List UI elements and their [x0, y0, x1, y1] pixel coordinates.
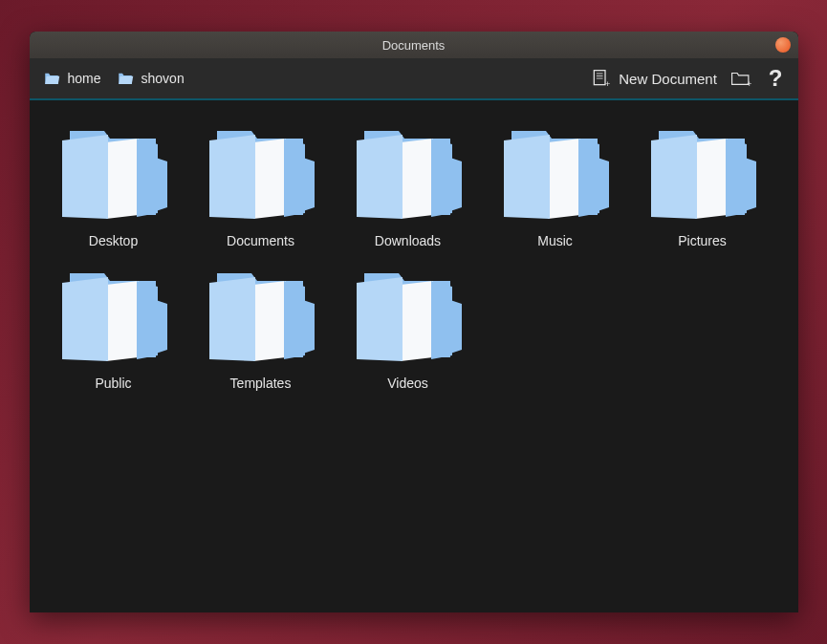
folder-item-documents[interactable]: Documents [190, 123, 332, 248]
window-title: Documents [382, 38, 446, 53]
toolbar: home shovon + New Do [30, 58, 798, 100]
folder-icon [200, 123, 322, 224]
titlebar: Documents [30, 32, 798, 58]
folder-icon [347, 266, 469, 366]
folder-item-templates[interactable]: Templates [190, 266, 332, 391]
folder-label: Documents [227, 233, 294, 248]
breadcrumb-label: home [68, 71, 101, 86]
breadcrumb-home[interactable]: home [41, 68, 101, 89]
folder-item-downloads[interactable]: Downloads [337, 123, 479, 248]
folder-label: Pictures [678, 233, 727, 248]
folder-label: Public [95, 376, 131, 391]
folder-item-music[interactable]: Music [485, 123, 626, 248]
new-document-icon: + [590, 68, 611, 89]
folder-icon [53, 266, 175, 366]
new-folder-icon: + [730, 68, 751, 89]
help-button[interactable]: ? [765, 65, 787, 92]
folder-label: Desktop [89, 233, 138, 248]
new-folder-button[interactable]: + [730, 68, 751, 89]
svg-text:+: + [747, 79, 751, 88]
folder-label: Downloads [375, 233, 441, 248]
folder-label: Music [537, 233, 573, 248]
folder-icon [53, 123, 175, 224]
folder-item-public[interactable]: Public [43, 266, 185, 391]
folder-icon [494, 123, 617, 224]
new-document-label: New Document [619, 71, 717, 87]
close-icon[interactable] [775, 37, 791, 53]
file-manager-window: Documents home shovon [30, 32, 798, 612]
svg-text:+: + [605, 79, 610, 88]
breadcrumb-shovon[interactable]: shovon [115, 68, 185, 89]
folder-grid: Desktop Documents Downloads Music Pictur… [30, 100, 798, 612]
folder-label: Templates [230, 376, 292, 391]
svg-rect-0 [595, 71, 606, 85]
folder-small-icon [41, 68, 62, 89]
new-document-button[interactable]: + New Document [590, 68, 717, 89]
folder-item-pictures[interactable]: Pictures [632, 123, 773, 248]
folder-label: Videos [387, 376, 428, 391]
folder-small-icon [115, 68, 136, 89]
folder-icon [642, 123, 764, 224]
folder-item-desktop[interactable]: Desktop [43, 123, 185, 248]
breadcrumb-label: shovon [141, 71, 185, 86]
folder-icon [347, 123, 469, 224]
folder-icon [200, 266, 322, 366]
folder-item-videos[interactable]: Videos [337, 266, 479, 391]
